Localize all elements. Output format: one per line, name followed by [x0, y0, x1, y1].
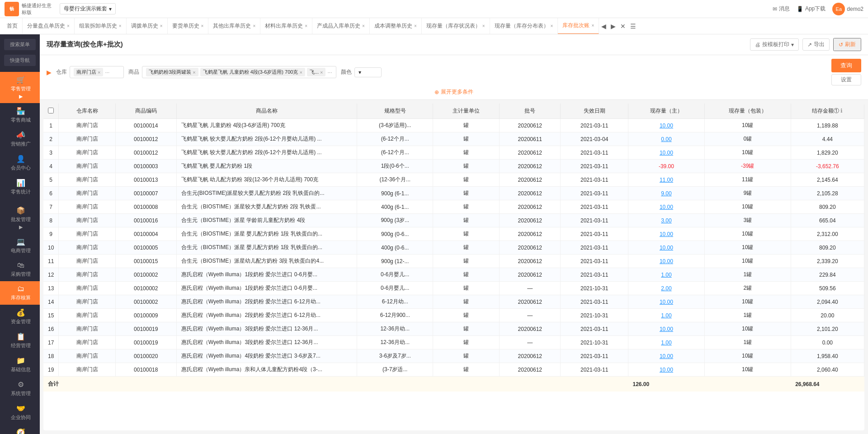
table-row: 14 南岸门店 00100002 惠氏启程（Wyeth illuma）2段奶粉 …: [43, 295, 864, 309]
refresh-btn[interactable]: ↺ 刷新: [833, 38, 861, 51]
tab-7[interactable]: 产成品入库单历史 ×: [312, 18, 370, 34]
sidebar-item-purchase[interactable]: 🛍 采购管理: [0, 258, 40, 281]
expand-more-btn[interactable]: ⊕ 展开更多条件: [47, 88, 861, 96]
row-pkg: 10罐: [704, 227, 791, 241]
sidebar-item-stats[interactable]: 📊 零售统计: [0, 175, 40, 199]
col-checkbox[interactable]: [43, 104, 59, 119]
sidebar-item-basic[interactable]: 📁 基础信息: [0, 353, 40, 377]
app-download-btn[interactable]: 📱 App下载: [797, 5, 826, 13]
tab-close-3[interactable]: ×: [160, 24, 163, 28]
sidebar-search[interactable]: 搜索菜单: [4, 39, 36, 50]
tab-9[interactable]: 现存量（库存状况表） ×: [422, 18, 490, 34]
sidebar-item-guide[interactable]: 🧭 新手引导: [0, 425, 40, 434]
row-qty[interactable]: 1.00: [628, 268, 705, 282]
row-qty[interactable]: 10.00: [628, 295, 705, 309]
tab-10[interactable]: 现存量（库存分布表） ×: [490, 18, 558, 34]
sidebar-item-operation[interactable]: 📋 经营管理: [0, 329, 40, 353]
row-expire: 2021-03-11: [561, 173, 628, 187]
sidebar-item-shop[interactable]: 🏪 零售商城: [0, 103, 40, 127]
tab-close-6[interactable]: ×: [305, 24, 307, 28]
row-qty[interactable]: 2.00: [628, 282, 705, 295]
row-qty[interactable]: 1.00: [628, 336, 705, 349]
table-row: 19 南岸门店 00100018 惠氏启程（Wyeth illuma）亲和人体儿…: [43, 363, 864, 377]
row-qty[interactable]: 10.00: [628, 349, 705, 363]
row-qty[interactable]: 10.00: [628, 255, 705, 268]
wholesale-icon: 📦: [16, 206, 25, 215]
product-tag-2-close[interactable]: ×: [299, 70, 302, 75]
col-amount: 结存金额① ℹ: [791, 104, 864, 119]
tab-close-1[interactable]: ×: [67, 24, 70, 28]
query-btn[interactable]: 查询: [831, 59, 861, 72]
expand-arrow-btn[interactable]: ▶: [47, 69, 52, 76]
row-batch: 20200612: [500, 255, 561, 268]
tab-next-btn[interactable]: ▶: [609, 23, 618, 30]
row-qty[interactable]: 10.00: [628, 363, 705, 377]
row-qty[interactable]: -39.00: [628, 160, 705, 173]
print-btn[interactable]: 🖨 按模板打印 ▾: [750, 38, 799, 51]
sidebar-quick-nav[interactable]: 快捷导航: [4, 55, 36, 66]
table-row: 6 南岸门店 00100007 合生元(BIOSTIME)派星较大婴儿配方奶粉 …: [43, 187, 864, 200]
row-qty[interactable]: 10.00: [628, 146, 705, 160]
row-qty[interactable]: 10.00: [628, 241, 705, 255]
tab-11[interactable]: 库存批次账 ×: [558, 18, 599, 34]
sidebar-item-inventory[interactable]: 🗂 库存核算: [0, 281, 40, 305]
sidebar-item-system[interactable]: ⚙ 系统管理: [0, 377, 40, 401]
row-qty[interactable]: 10.00: [628, 119, 705, 132]
row-expire: 2021-03-11: [561, 322, 628, 336]
row-qty[interactable]: 0.00: [628, 132, 705, 146]
tab-close-7[interactable]: ×: [362, 24, 365, 28]
warehouse-input[interactable]: 南岸门店 × ···: [70, 66, 124, 78]
row-qty[interactable]: 3.00: [628, 214, 705, 227]
row-pkg: 10罐: [704, 146, 791, 160]
user-avatar[interactable]: Ea demo2: [832, 3, 863, 15]
row-qty[interactable]: 10.00: [628, 322, 705, 336]
tab-close-10[interactable]: ×: [551, 24, 553, 28]
product-input[interactable]: 飞鹤奶粉3段两罐装 × 飞鹤星飞帆 儿童奶粉 4段(3-6岁适用) 700克 ×…: [142, 66, 336, 78]
tab-close-11[interactable]: ×: [591, 23, 594, 28]
tab-prev-btn[interactable]: ◀: [599, 23, 609, 30]
tab-close-2[interactable]: ×: [119, 24, 122, 28]
warehouse-tag-close[interactable]: ×: [98, 70, 100, 75]
tab-close-8[interactable]: ×: [414, 24, 417, 28]
sidebar-item-ecommerce[interactable]: 💻 电商管理: [0, 234, 40, 258]
row-pkg: 10罐: [704, 349, 791, 363]
tab-4[interactable]: 要货单历史 ×: [168, 18, 209, 34]
marketing-icon: 📣: [16, 131, 25, 139]
product-tag-1-close[interactable]: ×: [193, 70, 195, 75]
color-input[interactable]: ▾: [354, 67, 382, 77]
row-qty[interactable]: 10.00: [628, 200, 705, 214]
tab-1[interactable]: 分量盘点单历史 ×: [23, 18, 75, 34]
export-btn[interactable]: ↗ 导出: [802, 38, 830, 51]
tab-3[interactable]: 调拨单历史 ×: [127, 18, 168, 34]
sidebar-item-finance[interactable]: 💰 资金管理: [0, 305, 40, 329]
settings-btn[interactable]: 设置: [831, 74, 861, 85]
tab-5[interactable]: 其他出库单历史 ×: [208, 18, 260, 34]
row-qty[interactable]: 1.00: [628, 309, 705, 322]
warehouse-more[interactable]: ···: [105, 69, 109, 75]
row-qty[interactable]: 11.00: [628, 173, 705, 187]
tab-close-all-btn[interactable]: ✕: [618, 23, 628, 30]
product-more[interactable]: ···: [327, 69, 332, 75]
row-qty[interactable]: 9.00: [628, 187, 705, 200]
tab-close-4[interactable]: ×: [201, 24, 204, 28]
sidebar-item-corp[interactable]: 🤝 企业协同: [0, 401, 40, 425]
tab-close-9[interactable]: ×: [482, 24, 485, 28]
amount-info-icon[interactable]: ℹ: [840, 108, 843, 114]
tab-close-5[interactable]: ×: [253, 24, 255, 28]
row-qty[interactable]: 10.00: [628, 227, 705, 241]
row-spec: (6-12个月...: [357, 132, 433, 146]
tab-home[interactable]: 首页: [2, 18, 23, 34]
tab-menu-btn[interactable]: ☰: [628, 23, 638, 30]
select-all-checkbox[interactable]: [48, 108, 54, 113]
tab-6[interactable]: 材料出库单历史 ×: [260, 18, 312, 34]
sidebar-item-member[interactable]: 👤 会员中心: [0, 151, 40, 175]
sidebar-item-wholesale[interactable]: 📦 批发管理 ▶: [0, 203, 40, 234]
tab-8[interactable]: 成本调整单历史 ×: [370, 18, 422, 34]
product-tag-3-close[interactable]: ×: [320, 70, 323, 75]
sidebar-item-marketing[interactable]: 📣 营销推广: [0, 127, 40, 151]
query-settings-group: 查询 设置: [831, 59, 861, 85]
tab-2[interactable]: 组装拆卸单历史 ×: [75, 18, 127, 34]
message-btn[interactable]: ✉ 消息: [773, 5, 790, 13]
sidebar-item-retail[interactable]: 🛒 零售管理 ▶: [0, 72, 40, 103]
account-dropdown[interactable]: 母婴行业演示账套 ▾: [60, 3, 116, 14]
